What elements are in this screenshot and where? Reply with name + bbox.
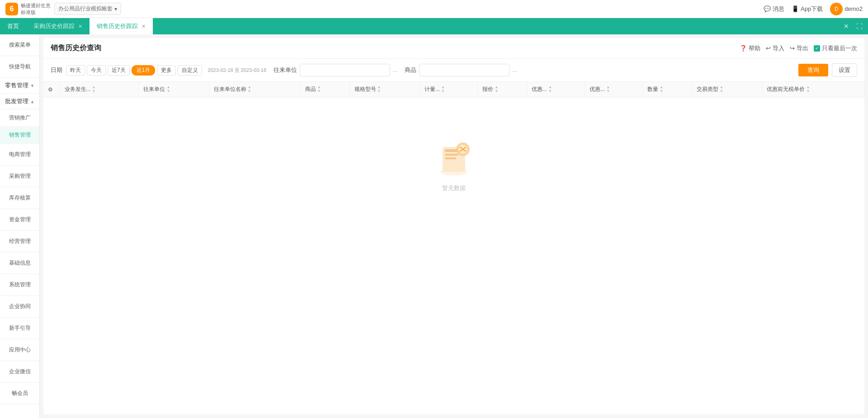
date-label: 日期 <box>51 66 62 74</box>
tab-sales-close[interactable]: ✕ <box>142 24 146 29</box>
sidebar-item-quick-nav[interactable]: 快捷导航 <box>0 56 39 78</box>
th-discount2[interactable]: 优惠... ▲ ▼ <box>585 82 643 97</box>
tab-bar-actions: ✕ ⛶ <box>842 21 868 32</box>
tab-close-btn[interactable]: ✕ <box>842 21 851 32</box>
tab-maximize-btn[interactable]: ⛶ <box>854 21 864 32</box>
search-button[interactable]: 查询 <box>798 64 828 76</box>
sidebar-item-ecommerce[interactable]: 电商管理 <box>0 144 39 166</box>
logo-area: 6 畅捷通好生意 标准版 <box>5 2 51 15</box>
sidebar-item-app-center[interactable]: 应用中心 <box>0 339 39 361</box>
sidebar-item-marketing[interactable]: 营销推广 <box>0 109 39 127</box>
table-area: ⚙ 业务发生... ▲ ▼ <box>43 82 864 414</box>
sidebar-item-enterprise-wechat[interactable]: 企业微信 <box>0 361 39 383</box>
filter-bar: 日期 昨天 今天 近7天 近1月 更多 自定义 2023-02-18 至 202… <box>43 59 864 82</box>
sort-arrows-spec: ▲ ▼ <box>377 86 381 93</box>
export-icon: ↪ <box>790 45 795 52</box>
sidebar-item-purchase[interactable]: 采购管理 <box>0 166 39 187</box>
date-btn-custom[interactable]: 自定义 <box>178 65 202 76</box>
sidebar-item-system[interactable]: 系统管理 <box>0 274 39 296</box>
only-show-last-checkbox[interactable]: ✓ 只看最后一次 <box>814 44 857 52</box>
sidebar-item-basic-info[interactable]: 基础信息 <box>0 252 39 274</box>
data-table: ⚙ 业务发生... ▲ ▼ <box>43 82 864 97</box>
sidebar-item-finance[interactable]: 资金管理 <box>0 209 39 231</box>
th-biz-date[interactable]: 业务发生... ▲ ▼ <box>60 82 139 97</box>
app-download-action[interactable]: 📱 App下载 <box>792 5 823 13</box>
sidebar-item-operations[interactable]: 经营管理 <box>0 231 39 252</box>
empty-illustration <box>431 133 476 179</box>
empty-state: 暂无数据 <box>43 97 864 228</box>
goods-input[interactable] <box>419 64 509 76</box>
sort-arrows-biz-date: ▲ ▼ <box>92 86 96 93</box>
tab-purchase-history[interactable]: 采购历史价跟踪 ✕ <box>26 18 90 34</box>
logo-text: 畅捷通好生意 标准版 <box>21 2 51 15</box>
th-goods[interactable]: 商品 ▲ ▼ <box>300 82 349 97</box>
sidebar-item-enterprise-coop[interactable]: 企业协同 <box>0 296 39 318</box>
empty-text: 暂无数据 <box>442 184 466 192</box>
th-quantity[interactable]: 数量 ▲ ▼ <box>643 82 692 97</box>
sidebar: 搜索菜单 快捷导航 零售管理 ▼ 批发管理 ▲ 营销推广 销售管理 电商管理 采… <box>0 34 40 418</box>
page-header: 销售历史价查询 ❓ 帮助 ↩ 导入 ↪ 导出 ✓ <box>43 38 864 59</box>
sidebar-item-inventory[interactable]: 库存核算 <box>0 187 39 209</box>
page-container: 销售历史价查询 ❓ 帮助 ↩ 导入 ↪ 导出 ✓ <box>43 38 864 414</box>
th-quote[interactable]: 报价 ▲ ▼ <box>478 82 527 97</box>
th-trade-type[interactable]: 交易类型 ▲ ▼ <box>692 82 762 97</box>
goods-label: 商品 <box>405 66 416 74</box>
sort-arrows-partner-name: ▲ ▼ <box>248 86 251 93</box>
sort-arrows-quantity: ▲ ▼ <box>660 86 663 93</box>
date-btn-7days[interactable]: 近7天 <box>108 65 130 76</box>
message-action[interactable]: 💬 消息 <box>764 5 784 13</box>
top-header: 6 畅捷通好生意 标准版 办公用品行业模拟账套 ▾ 💬 消息 📱 App下载 D… <box>0 0 868 18</box>
th-pretax-price[interactable]: 优惠前无税单价 ▲ ▼ <box>762 82 864 97</box>
sort-arrows-goods: ▲ ▼ <box>317 86 321 93</box>
date-btn-yesterday[interactable]: 昨天 <box>66 65 85 76</box>
help-btn[interactable]: ❓ 帮助 <box>740 44 760 52</box>
header-right: 💬 消息 📱 App下载 D demo2 <box>764 3 863 15</box>
sidebar-item-member[interactable]: 畅会员 <box>0 383 39 404</box>
export-btn[interactable]: ↪ 导出 <box>790 44 808 52</box>
header-left: 6 畅捷通好生意 标准版 办公用品行业模拟账套 ▾ <box>5 2 121 15</box>
content-area: 销售历史价查询 ❓ 帮助 ↩ 导入 ↪ 导出 ✓ <box>40 34 868 418</box>
th-settings[interactable]: ⚙ <box>43 82 60 97</box>
sidebar-item-wholesale-mgmt[interactable]: 批发管理 ▲ <box>0 94 39 109</box>
main-layout: 搜索菜单 快捷导航 零售管理 ▼ 批发管理 ▲ 营销推广 销售管理 电商管理 采… <box>0 34 868 418</box>
table-header-row: ⚙ 业务发生... ▲ ▼ <box>43 82 864 97</box>
date-btn-today[interactable]: 今天 <box>87 65 106 76</box>
tab-purchase-close[interactable]: ✕ <box>78 24 82 29</box>
date-range-text: 2023-02-18 至 2023-03-18 <box>208 67 266 74</box>
counterpart-input[interactable] <box>300 64 390 76</box>
th-unit[interactable]: 计量... ▲ ▼ <box>420 82 478 97</box>
th-spec[interactable]: 规格型号 ▲ ▼ <box>349 82 420 97</box>
user-action[interactable]: D demo2 <box>830 3 863 15</box>
import-icon: ↩ <box>766 45 771 52</box>
settings-button[interactable]: 设置 <box>832 63 857 77</box>
counterpart-dots[interactable]: ... <box>393 67 397 73</box>
tab-home[interactable]: 首页 <box>0 18 26 34</box>
th-partner-name[interactable]: 往来单位名称 ▲ ▼ <box>209 82 300 97</box>
svg-rect-3 <box>445 154 458 156</box>
settings-col-icon: ⚙ <box>48 86 53 93</box>
sort-arrows-quote: ▲ ▼ <box>495 86 498 93</box>
th-partner-code[interactable]: 往来单位 ▲ ▼ <box>139 82 209 97</box>
app-selector[interactable]: 办公用品行业模拟账套 ▾ <box>54 3 121 15</box>
counterpart-filter-group: 往来单位 ... <box>274 64 397 76</box>
message-icon: 💬 <box>764 5 771 12</box>
date-btn-1month[interactable]: 近1月 <box>132 65 156 76</box>
download-icon: 📱 <box>792 5 799 12</box>
tab-bar: 首页 采购历史价跟踪 ✕ 销售历史价跟踪 ✕ ✕ ⛶ <box>0 18 868 34</box>
date-btn-more[interactable]: 更多 <box>157 65 176 76</box>
search-menu-label: 搜索菜单 <box>9 41 31 49</box>
page-title: 销售历史价查询 <box>51 43 101 53</box>
sidebar-item-guide[interactable]: 新手引导 <box>0 318 39 339</box>
sort-arrows-discount1: ▲ ▼ <box>548 86 552 93</box>
import-btn[interactable]: ↩ 导入 <box>766 44 784 52</box>
tab-sales-history[interactable]: 销售历史价跟踪 ✕ <box>90 18 153 34</box>
th-discount1[interactable]: 优惠... ▲ ▼ <box>527 82 585 97</box>
wholesale-arrow-icon: ▲ <box>30 99 35 104</box>
counterpart-label: 往来单位 <box>274 66 297 74</box>
retail-arrow-icon: ▼ <box>30 83 35 88</box>
goods-dots[interactable]: ... <box>512 67 517 73</box>
sidebar-item-search-menu[interactable]: 搜索菜单 <box>0 34 39 56</box>
sidebar-item-sales-mgmt[interactable]: 销售管理 <box>0 127 39 144</box>
sidebar-item-retail-mgmt[interactable]: 零售管理 ▼ <box>0 78 39 94</box>
sort-arrows-trade-type: ▲ ▼ <box>720 86 723 93</box>
